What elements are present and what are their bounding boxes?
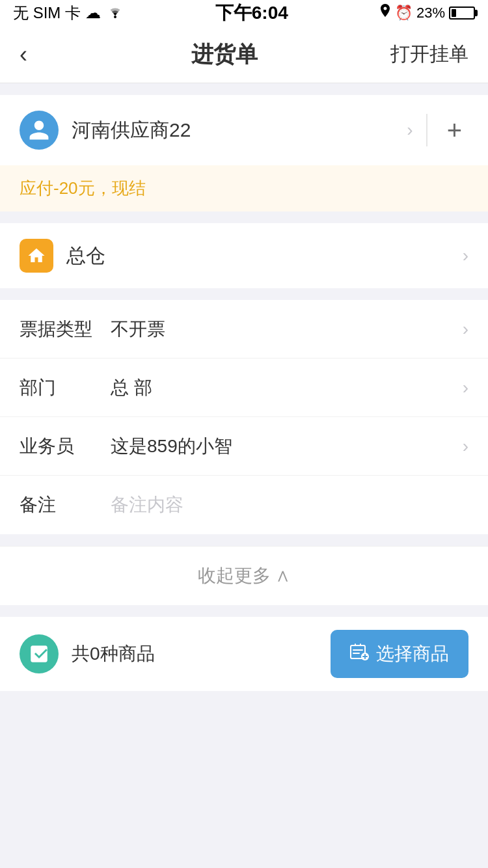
location-icon	[379, 4, 391, 22]
add-supplier-button[interactable]: +	[441, 116, 468, 145]
notice-text: 应付-20元，现结	[20, 178, 146, 198]
remark-placeholder[interactable]: 备注内容	[111, 493, 468, 517]
status-time: 下午6:04	[215, 1, 288, 25]
warehouse-name: 总仓	[66, 243, 463, 269]
status-bar: 无 SIM 卡 ☁ 下午6:04 ⏰ 23%	[0, 0, 488, 26]
supplier-section: 河南供应商22 › + 应付-20元，现结	[0, 95, 488, 211]
invoice-type-row[interactable]: 票据类型 不开票 ›	[0, 300, 488, 359]
remark-label: 备注	[20, 493, 111, 517]
back-button[interactable]: ‹	[20, 41, 59, 68]
product-icon	[20, 634, 59, 673]
invoice-type-label: 票据类型	[20, 317, 111, 342]
supplier-chevron-icon: ›	[407, 120, 413, 141]
collapse-label: 收起更多 ∧	[198, 563, 291, 588]
bottom-bar: 共0种商品 选择商品	[0, 617, 488, 691]
supplier-name: 河南供应商22	[72, 117, 407, 144]
battery-percent: 23%	[416, 5, 445, 21]
form-section: 票据类型 不开票 › 部门 总 部 › 业务员 这是859的小智 › 备注 备注…	[0, 300, 488, 534]
supplier-avatar	[20, 111, 59, 150]
select-product-button[interactable]: 选择商品	[331, 630, 468, 678]
department-value: 总 部	[111, 375, 463, 400]
remark-row[interactable]: 备注 备注内容	[0, 476, 488, 534]
notice-bar: 应付-20元，现结	[0, 165, 488, 211]
select-product-icon	[350, 643, 370, 665]
salesperson-row[interactable]: 业务员 这是859的小智 ›	[0, 417, 488, 476]
page-title: 进货单	[191, 40, 258, 70]
alarm-icon: ⏰	[395, 5, 413, 21]
invoice-type-value: 不开票	[111, 317, 463, 342]
wifi-icon	[106, 4, 124, 22]
department-row[interactable]: 部门 总 部 ›	[0, 359, 488, 417]
salesperson-chevron-icon: ›	[463, 436, 468, 457]
select-product-label: 选择商品	[376, 642, 449, 666]
divider-2	[0, 211, 488, 223]
warehouse-section[interactable]: 总仓 ›	[0, 223, 488, 288]
open-pending-button[interactable]: 打开挂单	[390, 41, 468, 68]
status-left: 无 SIM 卡 ☁	[13, 3, 124, 23]
warehouse-row[interactable]: 总仓 ›	[0, 223, 488, 288]
status-right: ⏰ 23%	[379, 4, 475, 22]
supplier-row[interactable]: 河南供应商22 › +	[0, 95, 488, 165]
supplier-divider	[426, 114, 427, 146]
warehouse-icon	[20, 239, 53, 273]
svg-point-0	[114, 16, 116, 18]
department-chevron-icon: ›	[463, 377, 468, 398]
collapse-button[interactable]: 收起更多 ∧	[0, 546, 488, 605]
invoice-type-chevron-icon: ›	[463, 319, 468, 340]
salesperson-label: 业务员	[20, 434, 111, 459]
department-label: 部门	[20, 375, 111, 400]
battery-icon	[449, 7, 475, 20]
divider-1	[0, 83, 488, 95]
product-count: 共0种商品	[72, 642, 331, 666]
signal-text: 无 SIM 卡 ☁	[13, 3, 101, 23]
salesperson-value: 这是859的小智	[111, 434, 463, 459]
warehouse-chevron-icon: ›	[463, 245, 468, 266]
nav-bar: ‹ 进货单 打开挂单	[0, 26, 488, 83]
